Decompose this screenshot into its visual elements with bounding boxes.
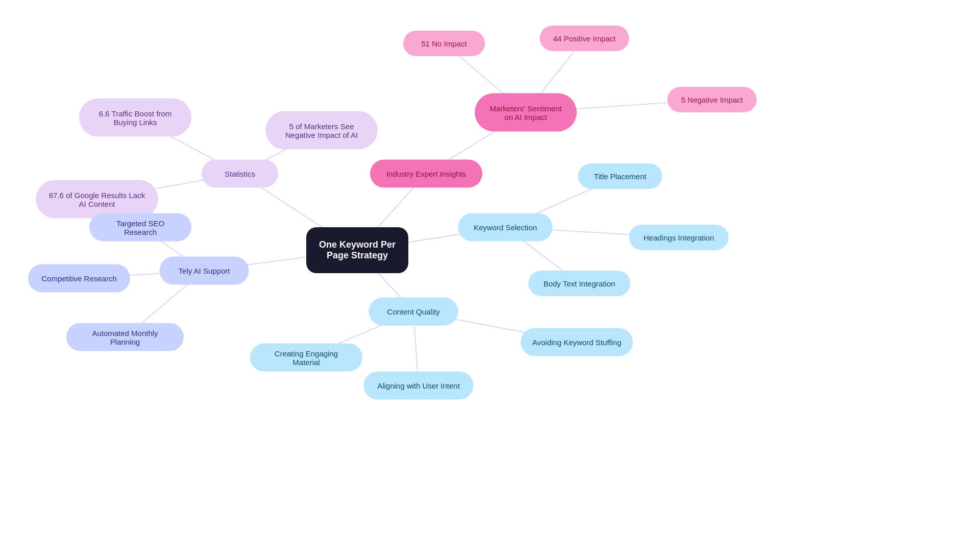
node-no-impact[interactable]: 51 No Impact	[403, 31, 485, 56]
center-node[interactable]: One Keyword Per Page Strategy	[306, 227, 408, 273]
node-google-results[interactable]: 87.6 of Google Results Lack AI Content	[36, 180, 158, 219]
node-creating-engaging[interactable]: Creating Engaging Material	[250, 344, 362, 372]
node-traffic-boost[interactable]: 6.6 Traffic Boost from Buying Links	[79, 99, 191, 137]
node-headings-integration[interactable]: Headings Integration	[629, 225, 729, 250]
node-avoiding-stuffing[interactable]: Avoiding Keyword Stuffing	[521, 328, 633, 356]
node-body-text[interactable]: Body Text Integration	[528, 271, 630, 296]
node-keyword-selection[interactable]: Keyword Selection	[458, 213, 553, 242]
node-marketers-sentiment[interactable]: Marketers' Sentiment on AI Impact	[475, 93, 577, 132]
node-aligning-intent[interactable]: Aligning with User Intent	[364, 372, 474, 400]
node-automated-planning[interactable]: Automated Monthly Planning	[66, 323, 184, 351]
mind-map: One Keyword Per Page StrategyStatistics6…	[0, 0, 980, 553]
node-statistics[interactable]: Statistics	[202, 160, 278, 188]
node-negative-impact[interactable]: 5 Negative Impact	[668, 87, 757, 112]
node-positive-impact[interactable]: 44 Positive Impact	[540, 26, 629, 51]
node-tely-ai[interactable]: Tely AI Support	[160, 257, 249, 285]
node-targeted-seo[interactable]: Targeted SEO Research	[89, 213, 191, 242]
node-negative-impact-stat[interactable]: 5 of Marketers See Negative Impact of AI	[265, 111, 378, 150]
connections-svg	[0, 0, 980, 553]
node-competitive-research[interactable]: Competitive Research	[28, 265, 130, 293]
node-content-quality[interactable]: Content Quality	[369, 298, 458, 326]
node-title-placement[interactable]: Title Placement	[578, 163, 663, 189]
node-industry-insights[interactable]: Industry Expert Insights	[370, 160, 482, 188]
